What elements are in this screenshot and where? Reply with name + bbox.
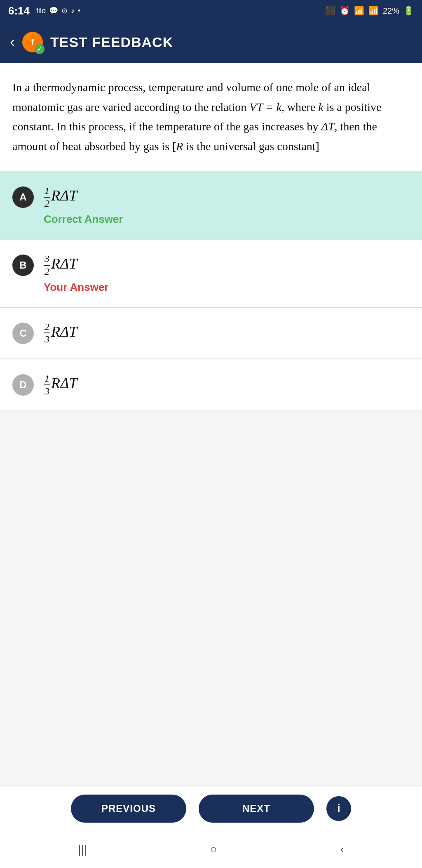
page-title: TEST FEEDBACK [50,34,173,50]
app-name: filo [36,7,46,15]
option-c-math: 2 3 RΔT [44,321,77,346]
option-d-fraction: 1 3 [44,373,50,397]
option-a-denominator: 2 [44,198,50,210]
delta-t: ΔT [321,120,335,133]
back-nav-button[interactable]: ‹ [324,839,360,860]
option-d-content: 1 3 RΔT [44,373,77,397]
option-c-badge: C [12,323,34,344]
question-text: In a thermodynamic process, temperature … [12,78,410,156]
option-b-content: 3 2 RΔT Your Answer [44,253,108,294]
option-b-numerator: 3 [44,253,50,266]
option-a-badge: A [12,186,34,208]
status-right: ⬛ ⏰ 📶 📶 22% 🔋 [325,6,414,16]
menu-button[interactable]: ||| [61,839,103,860]
status-time: 6:14 [8,5,30,17]
option-c[interactable]: C 2 3 RΔT [0,308,422,360]
chrome-icon: ⊙ [61,6,68,15]
correct-label: Correct Answer [44,213,123,226]
k-symbol: k [318,101,323,113]
option-c-numerator: 2 [44,321,50,334]
battery-icon: 🔋 [403,6,414,16]
r-symbol: R [176,140,183,153]
option-d-numerator: 1 [44,373,50,385]
option-b-math: 3 2 RΔT [44,253,108,278]
equation: VT = k [249,101,281,113]
option-a[interactable]: A 1 2 RΔT Correct Answer [0,172,422,240]
home-button[interactable]: ○ [194,839,234,860]
tiktok-icon: ♪ [71,7,75,15]
back-button[interactable]: ‹ [10,35,15,50]
status-icons: filo 💬 ⊙ ♪ • [36,6,80,15]
system-nav: ||| ○ ‹ [0,831,422,868]
option-d-label: D [19,379,26,391]
option-b-label: B [19,259,26,271]
cast-icon: ⬛ [325,6,335,16]
header: ‹ f ✓ TEST FEEDBACK [0,21,422,63]
option-c-fraction: 2 3 [44,321,50,346]
option-d-math: 1 3 RΔT [44,373,77,397]
status-bar: 6:14 filo 💬 ⊙ ♪ • ⬛ ⏰ 📶 📶 22% 🔋 [0,0,422,21]
chat-icon: 💬 [49,6,58,15]
battery-text: 22% [383,6,399,16]
info-button[interactable]: i [326,796,351,821]
bottom-nav: PREVIOUS NEXT i [0,785,422,831]
option-c-label: C [19,328,26,339]
options-container: A 1 2 RΔT Correct Answer B 3 2 RΔT Your [0,172,422,411]
app-logo: f ✓ [22,32,43,52]
option-b[interactable]: B 3 2 RΔT Your Answer [0,240,422,308]
question-area: In a thermodynamic process, temperature … [0,63,422,172]
status-left: 6:14 filo 💬 ⊙ ♪ • [8,5,80,17]
option-c-content: 2 3 RΔT [44,321,77,346]
option-a-content: 1 2 RΔT Correct Answer [44,185,123,226]
check-icon: ✓ [35,44,45,54]
option-a-fraction: 1 2 [44,185,50,210]
option-b-fraction: 3 2 [44,253,50,278]
signal-icon: 📶 [368,6,379,16]
logo-text: f [31,38,34,47]
dot-icon: • [78,7,80,15]
option-b-denominator: 2 [44,266,50,278]
wifi-icon: 📶 [354,6,364,16]
option-b-badge: B [12,255,34,276]
option-a-math: 1 2 RΔT [44,185,123,210]
option-d-badge: D [12,374,34,396]
option-c-denominator: 3 [44,333,50,345]
option-a-label: A [19,191,26,203]
next-button[interactable]: NEXT [199,795,314,823]
previous-button[interactable]: PREVIOUS [71,795,186,823]
alarm-icon: ⏰ [340,6,350,16]
option-a-numerator: 1 [44,185,50,198]
your-answer-label: Your Answer [44,281,108,294]
option-d[interactable]: D 1 3 RΔT [0,359,422,411]
option-d-denominator: 3 [44,385,50,397]
